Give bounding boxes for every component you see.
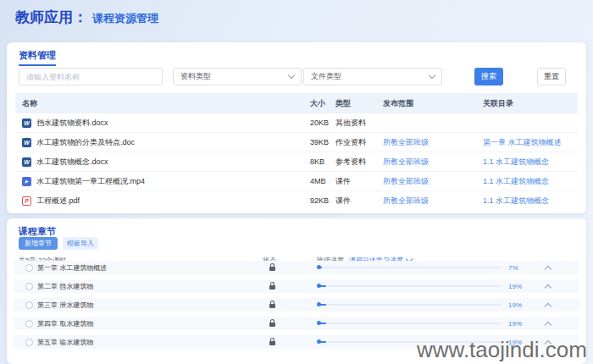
file-type: 作业资料 [335,133,366,152]
page-header: 教师应用： 课程资源管理 [15,8,158,27]
col-type: 类型 [335,93,351,113]
col-catalog: 关联目录 [483,93,513,113]
radio-circle-icon[interactable] [25,301,33,309]
file-type: 参考资料 [335,152,366,171]
table-row: 挡水建筑物资料.docx 20KB 其他资料 [15,113,578,133]
word-file-icon [22,119,31,128]
progress-bar [319,323,502,324]
chevron-up-icon[interactable] [545,266,551,273]
chevron-up-icon[interactable] [545,284,551,291]
video-file-icon [22,177,31,186]
material-type-select[interactable]: 资料类型 [173,68,302,85]
progress-bar [319,304,502,306]
progress-bar [319,285,502,287]
file-type: 课件 [335,191,351,210]
col-scope: 发布范围 [383,93,413,113]
progress-percent: 19% [508,317,522,330]
col-size: 大小 [310,93,325,113]
file-size: 39KB [310,133,329,152]
table-header-row: 名称 大小 类型 发布范围 关联目录 [15,93,578,113]
progress-percent: 19% [508,298,522,312]
page-title: 课程资源管理 [92,11,158,26]
app-title: 教师应用： [15,8,87,27]
add-chapter-button[interactable]: 新增章节 [19,237,58,250]
chapter-name: 第五章 输水建筑物 [37,335,93,349]
progress-handle [317,302,321,306]
file-name-link[interactable]: 水工建筑物第一章工程概况.mp4 [36,176,145,187]
radio-circle-icon[interactable] [25,320,33,328]
lock-icon[interactable] [269,323,275,327]
file-name-link[interactable]: 水工建筑物概念.docx [36,157,108,168]
publish-scope-link[interactable]: 所教全部班级 [383,191,429,210]
catalog-link[interactable]: 1.1 水工建筑物概念 [483,191,549,210]
file-name-link[interactable]: 工程概述.pdf [36,196,80,207]
file-size: 8KB [310,152,324,171]
catalog-link[interactable]: 1.1 水工建筑物概念 [483,172,549,190]
table-row: 水工建筑物的分类及特点.doc 39KB 作业资料 所教全部班级 第一章 水工建… [15,133,578,152]
file-size: 4MB [310,172,326,190]
chevron-up-icon[interactable] [545,322,551,328]
file-type: 课件 [335,172,351,190]
chapter-row[interactable]: 第三章 泄水建筑物 19% [14,298,579,312]
file-name-link[interactable]: 挡水建筑物资料.docx [36,118,108,129]
materials-table: 名称 大小 类型 发布范围 关联目录 挡水建筑物资料.docx 20KB 其他资… [15,93,578,210]
publish-scope-link[interactable]: 所教全部班级 [383,133,429,152]
table-row: 水工建筑物概念.docx 8KB 参考资料 所教全部班级 1.1 水工建筑物概念 [15,152,578,172]
chapter-name: 第四章 取水建筑物 [37,317,93,330]
watermark: www.taojindi.com [417,337,587,363]
radio-circle-icon[interactable] [25,339,33,346]
publish-scope-link[interactable]: 所教全部班级 [383,172,429,190]
chevron-down-icon [288,72,295,79]
publish-scope-link[interactable]: 所教全部班级 [383,152,429,171]
radio-circle-icon[interactable] [25,264,33,272]
chapter-row[interactable]: 第一章 水工建筑物概述 7% [14,261,579,274]
progress-percent: 7% [508,261,518,274]
lock-icon[interactable] [269,304,275,308]
col-name: 名称 [22,93,37,113]
progress-handle [317,265,321,269]
chapter-name: 第二章 挡水建筑物 [37,279,93,293]
reset-button[interactable]: 重置 [537,68,566,85]
lock-icon[interactable] [269,267,275,271]
word-file-icon [22,138,31,147]
material-type-select-value: 资料类型 [180,71,211,82]
materials-section-title: 资料管理 [19,49,56,66]
chevron-down-icon [429,72,435,79]
file-type-select[interactable]: 文件类型 [303,68,442,85]
chapter-name: 第一章 水工建筑物概述 [37,261,107,274]
pdf-file-icon [22,196,31,206]
file-size: 92KB [310,191,329,210]
word-file-icon [22,157,31,167]
lock-icon[interactable] [269,341,275,345]
chapter-name: 第三章 泄水建筑物 [37,298,93,312]
file-type: 其他资料 [335,113,366,132]
import-template-button[interactable]: 模板导入 [63,237,98,250]
material-name-input[interactable] [19,68,163,85]
table-row: 工程概述.pdf 92KB 课件 所教全部班级 1.1 水工建筑物概念 [15,191,578,210]
file-type-select-value: 文件类型 [311,71,341,82]
radio-circle-icon[interactable] [25,283,33,290]
page: { "header": { "app_title": "教师应用：", "pag… [0,0,593,364]
progress-handle [317,321,321,325]
chapter-row[interactable]: 第二章 挡水建筑物 19% [14,279,579,293]
file-size: 20KB [310,113,329,132]
file-name-link[interactable]: 水工建筑物的分类及特点.doc [36,137,135,148]
chevron-up-icon[interactable] [545,303,551,310]
table-row: 水工建筑物第一章工程概况.mp4 4MB 课件 所教全部班级 1.1 水工建筑物… [15,172,578,191]
materials-card: 资料管理 资料类型 文件类型 搜索 重置 名称 大小 类型 发布范围 关联目录 … [7,42,586,213]
chapter-row[interactable]: 第四章 取水建筑物 19% [14,317,579,330]
lock-icon[interactable] [269,285,275,290]
progress-bar [319,267,502,268]
catalog-link[interactable]: 第一章 水工建筑物概述 [483,133,562,152]
progress-percent: 19% [508,279,522,293]
search-button[interactable]: 搜索 [474,68,503,85]
progress-handle [317,284,321,288]
catalog-link[interactable]: 1.1 水工建筑物概念 [483,152,549,171]
progress-handle [317,339,321,344]
